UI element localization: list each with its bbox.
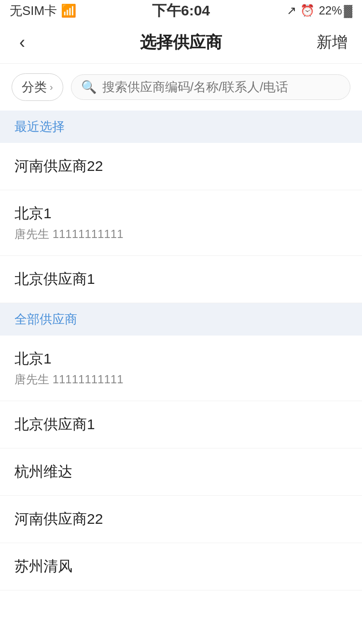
item-name: 杭州维达	[14, 462, 348, 482]
page-title: 选择供应商	[140, 31, 222, 54]
item-sub: 唐先生 11111111111	[14, 226, 348, 242]
category-button[interactable]: 分类 ›	[12, 73, 63, 101]
list-item[interactable]: 杭州维达	[0, 448, 362, 496]
all-list: 北京1 唐先生 11111111111北京供应商1杭州维达河南供应商22苏州清风	[0, 336, 362, 590]
chevron-right-icon: ›	[50, 82, 53, 93]
list-item[interactable]: 河南供应商22	[0, 496, 362, 543]
add-button[interactable]: 新增	[317, 32, 348, 53]
back-button[interactable]: ‹	[14, 28, 30, 57]
item-sub: 唐先生 11111111111	[14, 372, 348, 387]
status-time: 下午6:04	[152, 1, 210, 21]
recent-section-header: 最近选择	[0, 111, 362, 143]
item-name: 北京供应商1	[14, 269, 348, 289]
list-item[interactable]: 北京供应商1	[0, 256, 362, 303]
item-name: 北京1	[14, 349, 348, 369]
recent-list: 河南供应商22北京1 唐先生 11111111111北京供应商1	[0, 143, 362, 303]
item-name: 北京供应商1	[14, 415, 348, 434]
list-item[interactable]: 北京1 唐先生 11111111111	[0, 336, 362, 401]
item-name: 苏州清风	[14, 557, 348, 576]
list-item[interactable]: 北京供应商1	[0, 401, 362, 448]
all-section-header: 全部供应商	[0, 303, 362, 336]
list-item[interactable]: 河南供应商22	[0, 143, 362, 190]
filter-bar: 分类 › 🔍	[0, 64, 362, 111]
location-icon: ↗	[287, 4, 296, 17]
status-right: ↗ ⏰ 22% ▓	[287, 4, 352, 17]
list-item[interactable]: 苏州清风	[0, 543, 362, 590]
battery-icon: 22% ▓	[319, 4, 352, 17]
list-item[interactable]: 北京1 唐先生 11111111111	[0, 190, 362, 256]
status-left: 无SIM卡 📶	[10, 2, 76, 19]
category-label: 分类	[22, 79, 47, 96]
wifi-icon: 📶	[61, 3, 76, 18]
sim-text: 无SIM卡	[10, 2, 57, 19]
search-box: 🔍	[71, 74, 350, 100]
battery-bar: ▓	[344, 4, 353, 17]
item-name: 河南供应商22	[14, 156, 348, 176]
status-bar: 无SIM卡 📶 下午6:04 ↗ ⏰ 22% ▓	[0, 0, 362, 21]
item-name: 河南供应商22	[14, 509, 348, 529]
alarm-icon: ⏰	[300, 4, 315, 17]
item-name: 北京1	[14, 204, 348, 224]
nav-bar: ‹ 选择供应商 新增	[0, 21, 362, 64]
search-icon: 🔍	[81, 80, 97, 95]
search-input[interactable]	[102, 80, 340, 95]
